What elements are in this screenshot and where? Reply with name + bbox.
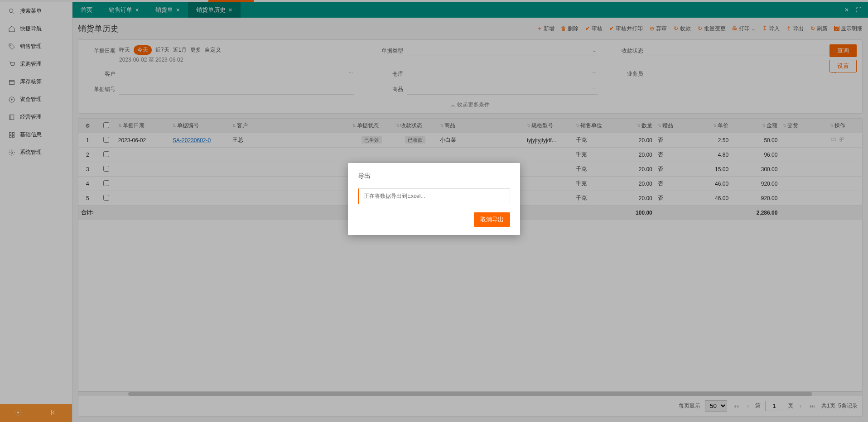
modal-message: 正在将数据导出到Excel... <box>358 188 510 204</box>
modal-overlay: 导出 正在将数据导出到Excel... 取消导出 <box>0 0 868 422</box>
cancel-export-button[interactable]: 取消导出 <box>474 212 510 227</box>
export-modal: 导出 正在将数据导出到Excel... 取消导出 <box>348 163 520 235</box>
modal-title: 导出 <box>358 172 510 180</box>
